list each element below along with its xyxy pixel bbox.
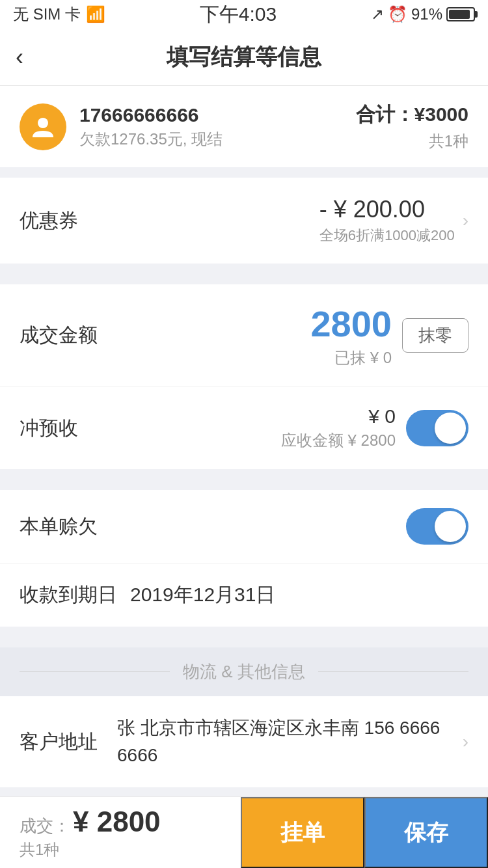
content: 17666666666 欠款1276.35元, 现结 合计：¥3000 共1种 … xyxy=(0,86,488,868)
battery-icon xyxy=(446,7,475,21)
user-info: 17666666666 欠款1276.35元, 现结 xyxy=(79,104,223,150)
logistics-line-right xyxy=(318,671,468,672)
address-chevron-icon: › xyxy=(463,731,468,752)
credit-toggle[interactable] xyxy=(406,508,468,545)
user-count: 共1种 xyxy=(356,131,468,152)
transaction-row: 成交金额 2800 已抹 ¥ 0 抹零 xyxy=(0,284,488,387)
coupon-label: 优惠券 xyxy=(20,208,78,234)
user-info-row: 17666666666 欠款1276.35元, 现结 合计：¥3000 共1种 xyxy=(0,86,488,167)
status-bar: 无 SIM 卡 📶 下午4:03 ↗ ⏰ 91% xyxy=(0,0,488,29)
battery-percent: 91% xyxy=(411,5,442,23)
bottom-bar: 成交： ¥ 2800 共1种 挂单 保存 xyxy=(0,796,488,868)
due-date-label: 收款到期日 xyxy=(20,582,117,608)
battery-fill xyxy=(449,10,470,19)
carrier-text: 无 SIM 卡 xyxy=(13,4,81,25)
prepay-col: ¥ 0 应收金额 ¥ 2800 xyxy=(281,405,396,451)
wifi-icon: 📶 xyxy=(86,5,105,23)
user-left: 17666666666 欠款1276.35元, 现结 xyxy=(20,103,223,150)
coupon-amount: - ¥ 200.00 xyxy=(319,196,455,223)
user-total: 合计：¥3000 xyxy=(356,102,468,128)
bottom-amount: ¥ 2800 xyxy=(73,806,161,838)
prepay-right: ¥ 0 应收金额 ¥ 2800 xyxy=(281,405,468,451)
credit-toggle-knob xyxy=(435,511,466,542)
section-divider-2 xyxy=(0,480,488,490)
chevron-icon: › xyxy=(463,210,468,231)
transaction-amount: 2800 xyxy=(310,303,392,345)
round-button[interactable]: 抹零 xyxy=(402,318,468,353)
amount-col: 2800 已抹 ¥ 0 xyxy=(310,303,392,368)
credit-row: 本单赊欠 xyxy=(0,490,488,563)
coupon-right: - ¥ 200.00 全场6折满1000减200 › xyxy=(319,196,468,245)
user-right: 合计：¥3000 共1种 xyxy=(356,102,468,152)
due-date-value: 2019年12月31日 xyxy=(130,582,275,608)
prepay-toggle[interactable] xyxy=(406,410,468,446)
logistics-text: 物流 & 其他信息 xyxy=(183,660,305,683)
prepay-label: 冲预收 xyxy=(20,415,78,442)
credit-label: 本单赊欠 xyxy=(20,513,98,540)
coupon-desc: 全场6折满1000减200 xyxy=(319,226,455,245)
hold-button[interactable]: 挂单 xyxy=(241,797,364,868)
due-date-container: 收款到期日 2019年12月31日 xyxy=(20,582,275,608)
bottom-total-label: 成交： xyxy=(20,815,70,837)
bottom-info: 成交： ¥ 2800 共1种 xyxy=(0,806,241,860)
credit-right xyxy=(406,508,468,545)
transaction-sub: 已抹 ¥ 0 xyxy=(334,347,392,368)
logistics-header: 物流 & 其他信息 xyxy=(0,647,488,696)
location-icon: ↗ xyxy=(371,5,384,23)
coupon-row[interactable]: 优惠券 - ¥ 200.00 全场6折满1000减200 › xyxy=(0,178,488,264)
user-sub: 欠款1276.35元, 现结 xyxy=(79,129,223,150)
prepay-amount: ¥ 0 xyxy=(368,405,396,427)
credit-section: 本单赊欠 收款到期日 2019年12月31日 xyxy=(0,490,488,627)
transaction-right: 2800 已抹 ¥ 0 抹零 xyxy=(310,303,468,368)
address-chevron: › xyxy=(463,731,468,752)
toggle-knob xyxy=(435,413,466,444)
status-left: 无 SIM 卡 📶 xyxy=(13,4,105,25)
prepay-row: 冲预收 ¥ 0 应收金额 ¥ 2800 xyxy=(0,387,488,469)
coupon-info: - ¥ 200.00 全场6折满1000减200 xyxy=(319,196,455,245)
address-value: 张 北京市市辖区海淀区永丰南 156 6666 6666 xyxy=(117,714,463,769)
section-divider-3 xyxy=(0,637,488,647)
prepay-sub: 应收金额 ¥ 2800 xyxy=(281,430,396,451)
user-phone: 17666666666 xyxy=(79,104,223,126)
nav-bar: ‹ 填写结算等信息 xyxy=(0,29,488,86)
svg-point-0 xyxy=(38,118,48,128)
save-button[interactable]: 保存 xyxy=(364,797,488,868)
page-title: 填写结算等信息 xyxy=(167,42,321,72)
address-row[interactable]: 客户地址 张 北京市市辖区海淀区永丰南 156 6666 6666 › xyxy=(0,696,488,787)
alarm-icon: ⏰ xyxy=(388,5,407,23)
logistics-line-left xyxy=(20,671,170,672)
avatar xyxy=(20,103,66,150)
due-date-row: 收款到期日 2019年12月31日 xyxy=(0,563,488,627)
transaction-label: 成交金额 xyxy=(20,322,98,349)
status-right: ↗ ⏰ 91% xyxy=(371,5,475,23)
back-button[interactable]: ‹ xyxy=(16,44,23,71)
status-time: 下午4:03 xyxy=(200,1,277,28)
transaction-section: 成交金额 2800 已抹 ¥ 0 抹零 冲预收 ¥ 0 应收金额 ¥ 2800 xyxy=(0,284,488,469)
section-divider-1 xyxy=(0,274,488,284)
address-label: 客户地址 xyxy=(20,729,98,755)
bottom-count: 共1种 xyxy=(20,839,221,860)
